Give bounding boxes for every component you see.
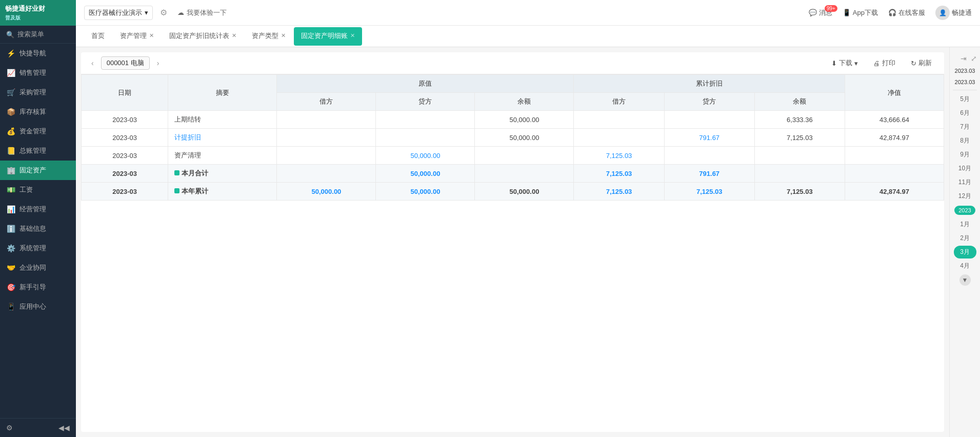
timeline-month-9[interactable]: 9月 [954,148,976,161]
funds-icon: 💰 [6,127,15,135]
panel-toolbar: ‹ 000001 电脑 › ⬇ 下载 ▾ 🖨 打印 ↻ [81,52,944,74]
app-download-btn[interactable]: 📱 App下载 [843,8,878,17]
timeline-month-8[interactable]: 8月 [954,134,976,147]
col-accumulated-header: 累计折旧 [574,75,845,93]
timeline-month-10[interactable]: 10月 [954,162,976,175]
sidebar: 畅捷通好业财 普及版 🔍 搜索菜单 ⚡ 快捷导航 📈 销售管理 🛒 采购管理 📦… [0,0,76,437]
timeline-maximize-icon[interactable]: ⤢ [971,54,977,63]
tab-depreciation-close[interactable]: ✕ [232,32,236,39]
col-orig-credit-header: 贷方 [376,93,475,111]
sidebar-item-stock[interactable]: 📦 库存核算 [0,102,76,122]
timeline-year-2023[interactable]: 2023 [954,206,975,215]
settings-footer-icon[interactable]: ⚙ [6,424,13,432]
ledger-label: 总账管理 [19,146,46,155]
col-orig-debit-header: 借方 [277,93,376,111]
table-row: 2023-03本年累计50,000.0050,000.0050,000.007,… [82,183,944,201]
tab-home[interactable]: 首页 [84,27,112,46]
table-row: 2023-03本月合计50,000.007,125.03791.67 [82,165,944,183]
sidebar-item-collab[interactable]: 🤝 企业协同 [0,258,76,277]
tab-depreciation[interactable]: 固定资产折旧统计表 ✕ [162,27,244,46]
timeline-month-4[interactable]: 4月 [954,260,976,272]
sidebar-item-system[interactable]: ⚙️ 系统管理 [0,239,76,258]
chevron-down-icon: ▾ [145,9,148,16]
company-name: 医疗器械行业演示 [89,8,142,17]
timeline-panel: ⇥ ⤢ 2023.03 2023.03 5月 6月 7月 8月 9月 10月 1… [949,47,980,437]
toolbar-right: ⬇ 下载 ▾ 🖨 打印 ↻ 刷新 [827,56,936,70]
timeline-month-11[interactable]: 11月 [954,176,976,189]
timeline-date-top2: 2023.03 [950,77,980,87]
guide-icon: 🎯 [6,283,15,291]
tab-asset-detail-close[interactable]: ✕ [350,32,355,39]
customer-service-label: 在线客服 [898,8,925,17]
sidebar-item-guide[interactable]: 🎯 新手引导 [0,277,76,297]
download-btn[interactable]: ⬇ 下载 ▾ [827,56,862,70]
company-settings-icon[interactable]: ⚙ [160,8,167,17]
sidebar-item-ledger[interactable]: 📒 总账管理 [0,141,76,161]
timeline-month-7[interactable]: 7月 [954,121,976,133]
table-row: 2023-03上期结转50,000.006,333.3643,666.64 [82,111,944,129]
timeline-month-5[interactable]: 5月 [954,93,976,106]
timeline-month-3[interactable]: 3月 [954,246,976,259]
management-icon: 📊 [6,205,15,213]
tab-depreciation-label: 固定资产折旧统计表 [169,31,229,41]
table-wrap: 日期 摘要 原值 累计折旧 净值 借方 贷方 余额 借方 贷方 余额 [81,74,944,432]
refresh-btn[interactable]: ↻ 刷新 [907,56,936,70]
tab-asset-type[interactable]: 资产类型 ✕ [245,27,293,46]
sidebar-search[interactable]: 🔍 搜索菜单 [0,26,76,44]
col-acc-balance-header: 余额 [754,93,845,111]
timeline-month-6[interactable]: 6月 [954,107,976,120]
tab-asset-management-label: 资产管理 [120,31,147,41]
sidebar-item-assets[interactable]: 🏢 固定资产 [0,161,76,180]
tab-asset-detail[interactable]: 固定资产明细账 ✕ [294,27,362,46]
topbar: 医疗器械行业演示 ▾ ⚙ ☁ 我要体验一下 💬 消息 99+ 📱 App下载 🎧… [76,0,980,26]
headset-icon: 🎧 [888,9,896,16]
user-profile-btn[interactable]: 👤 畅捷通 [935,6,972,20]
app-name: 畅捷通好业财 [5,4,45,13]
management-label: 经营管理 [19,205,46,214]
sidebar-item-info[interactable]: ℹ️ 基础信息 [0,219,76,239]
sidebar-item-nav[interactable]: ⚡ 快捷导航 [0,44,76,63]
timeline-month-1[interactable]: 1月 [954,218,976,231]
collapse-icon[interactable]: ◀◀ [58,424,70,432]
collab-label: 企业协同 [19,263,46,272]
sidebar-footer: ⚙ ◀◀ [0,418,76,437]
tab-asset-management-close[interactable]: ✕ [149,32,154,39]
download-label: 下载 [839,58,852,68]
print-icon: 🖨 [873,59,880,67]
timeline-month-12[interactable]: 12月 [954,190,976,203]
customer-service-btn[interactable]: 🎧 在线客服 [888,8,925,17]
experience-btn[interactable]: ☁ 我要体验一下 [177,8,227,17]
sidebar-item-funds[interactable]: 💰 资金管理 [0,122,76,141]
assets-label: 固定资产 [19,166,46,175]
prev-asset-btn[interactable]: ‹ [89,58,96,68]
username-label: 畅捷通 [952,8,972,17]
tab-asset-type-close[interactable]: ✕ [281,32,286,39]
purchase-icon: 🛒 [6,88,15,96]
assets-icon: 🏢 [6,166,15,174]
next-asset-btn[interactable]: › [155,58,162,68]
asset-code: 000001 电脑 [107,59,144,67]
experience-label: 我要体验一下 [187,8,227,17]
tab-asset-management[interactable]: 资产管理 ✕ [113,27,161,46]
download-chevron: ▾ [854,59,858,67]
refresh-icon: ↻ [911,59,916,67]
timeline-scroll-down[interactable]: ▼ [959,274,971,286]
main-panel: ‹ 000001 电脑 › ⬇ 下载 ▾ 🖨 打印 ↻ [81,52,944,432]
company-selector[interactable]: 医疗器械行业演示 ▾ [84,6,153,20]
cloud-icon: ☁ [177,9,184,16]
sidebar-item-purchase[interactable]: 🛒 采购管理 [0,83,76,102]
sidebar-item-apps[interactable]: 📱 应用中心 [0,297,76,316]
col-summary-header: 摘要 [168,75,277,111]
messages-btn[interactable]: 💬 消息 99+ [809,8,832,17]
timeline-expand-icon[interactable]: ⇥ [961,54,967,63]
app-download-label: App下载 [853,8,878,17]
sidebar-item-sales[interactable]: 📈 销售管理 [0,63,76,83]
table-row: 2023-03资产清理50,000.007,125.03 [82,147,944,165]
sidebar-item-salary[interactable]: 💵 工资 [0,180,76,200]
timeline-header: ⇥ ⤢ [950,52,980,65]
print-btn[interactable]: 🖨 打印 [869,56,899,70]
salary-label: 工资 [19,185,33,194]
timeline-month-2[interactable]: 2月 [954,232,976,245]
guide-label: 新手引导 [19,283,46,292]
sidebar-item-management[interactable]: 📊 经营管理 [0,200,76,219]
